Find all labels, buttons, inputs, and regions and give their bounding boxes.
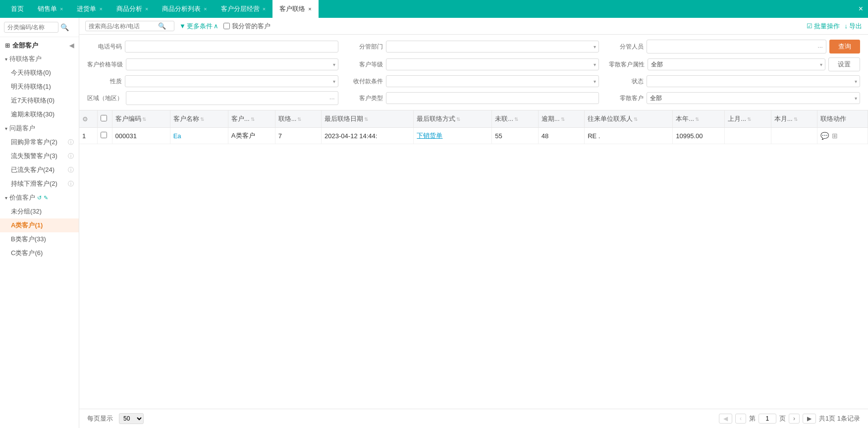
content-area: 🔍 ▼ 更多条件 ∧ 我分管的客户 ☑ 批量操作 ↓ 导出 bbox=[79, 18, 868, 428]
customer-type-input[interactable] bbox=[386, 92, 599, 104]
customer-level-wrapper: ▾ bbox=[386, 58, 599, 70]
nav-tab-sales-label: 销售单 bbox=[38, 4, 57, 13]
my-customer-label: 我分管的客户 bbox=[232, 22, 271, 31]
year-sort-icon[interactable]: ⇅ bbox=[695, 116, 699, 122]
sidebar-group-problem[interactable]: ▾ 问题客户 bbox=[0, 121, 79, 135]
batch-operation-button[interactable]: ☑ 批量操作 bbox=[807, 22, 840, 31]
query-button[interactable]: 查询 bbox=[829, 40, 860, 54]
status-select[interactable] bbox=[647, 75, 860, 87]
nav-tab-customer-tier[interactable]: 客户分层经营 × bbox=[214, 0, 272, 18]
sidebar-search-input[interactable] bbox=[4, 22, 58, 33]
page-number-input[interactable] bbox=[759, 414, 776, 424]
date-sort-icon[interactable]: ⇅ bbox=[364, 116, 368, 122]
qrcode-icon-0[interactable]: ⊞ bbox=[832, 132, 838, 140]
lastmonth-sort-icon[interactable]: ⇅ bbox=[747, 116, 751, 122]
sidebar-item-tomorrow[interactable]: 明天待联络(1) bbox=[0, 80, 79, 94]
more-conditions-button[interactable]: ▼ 更多条件 ∧ bbox=[179, 22, 218, 31]
thismonth-sort-icon[interactable]: ⇅ bbox=[794, 116, 798, 122]
pagination-bar: 每页显示 20 50 100 ◀ ‹ 第 页 › ▶ 共1页 1条记录 bbox=[79, 409, 868, 428]
ctype-sort-icon[interactable]: ⇅ bbox=[251, 116, 255, 122]
contact-method-link-0[interactable]: 下销货单 bbox=[417, 132, 442, 139]
price-level-wrapper: ▾ bbox=[126, 58, 338, 70]
nav-tab-sales[interactable]: 销售单 × bbox=[31, 0, 70, 18]
next-page-button[interactable]: › bbox=[789, 414, 800, 424]
setting-button[interactable]: 设置 bbox=[828, 57, 860, 71]
sidebar-item-7days[interactable]: 近7天待联络(0) bbox=[0, 94, 79, 107]
customer-level-select[interactable] bbox=[386, 58, 599, 70]
sidebar-item-ungrouped[interactable]: 未分组(32) bbox=[0, 205, 79, 218]
name-sort-icon[interactable]: ⇅ bbox=[200, 116, 204, 122]
payment-label: 收付款条件 bbox=[348, 77, 383, 86]
sidebar-search-icon[interactable]: 🔍 bbox=[60, 23, 69, 31]
value-refresh-icon[interactable]: ↺ bbox=[37, 195, 42, 201]
customer-table: ⚙ 客户编码⇅ 客户名称⇅ 客户...⇅ bbox=[79, 110, 868, 144]
price-level-select[interactable] bbox=[126, 58, 338, 70]
filter-search-icon[interactable]: 🔍 bbox=[158, 22, 166, 30]
info-icon-lost: ⓘ bbox=[68, 166, 74, 174]
code-sort-icon[interactable]: ⇅ bbox=[142, 116, 146, 122]
sidebar-group-pending[interactable]: ▾ 待联络客户 bbox=[0, 52, 79, 66]
customer-table-area: ⚙ 客户编码⇅ 客户名称⇅ 客户...⇅ bbox=[79, 110, 868, 409]
row-check-0[interactable] bbox=[101, 132, 107, 138]
info-icon-declining: ⓘ bbox=[68, 180, 74, 188]
last-page-button[interactable]: ▶ bbox=[803, 414, 816, 424]
region-input[interactable]: ··· bbox=[126, 91, 338, 105]
sidebar-item-overdue[interactable]: 逾期未联络(30) bbox=[0, 107, 79, 121]
person-sort-icon[interactable]: ⇅ bbox=[634, 116, 638, 122]
pending-arrow-icon: ▾ bbox=[5, 56, 7, 62]
sidebar-item-loss-warning[interactable]: 流失预警客户(3) ⓘ bbox=[0, 149, 79, 163]
filter-search-input[interactable] bbox=[89, 23, 158, 30]
sidebar-item-class-b[interactable]: B类客户(33) bbox=[0, 232, 79, 246]
comment-icon-0[interactable]: 💬 bbox=[820, 132, 829, 140]
my-customer-check[interactable] bbox=[223, 23, 230, 29]
nav-tab-analysis-list-close[interactable]: × bbox=[204, 6, 207, 12]
my-customer-checkbox[interactable]: 我分管的客户 bbox=[223, 22, 271, 31]
filter-row-nature: 性质 ▾ bbox=[87, 75, 338, 87]
nav-tab-customer-contact-close[interactable]: × bbox=[308, 6, 311, 12]
retail-select[interactable]: 全部 bbox=[647, 92, 860, 104]
nav-tab-purchase[interactable]: 进货单 × bbox=[70, 0, 109, 18]
nocontact-sort-icon[interactable]: ⇅ bbox=[514, 116, 518, 122]
sidebar-item-class-c[interactable]: C类客户(6) bbox=[0, 246, 79, 260]
manager-input[interactable]: ··· bbox=[647, 40, 826, 54]
sidebar-collapse-icon[interactable]: ◀ bbox=[69, 42, 74, 49]
row-code-0: 000031 bbox=[112, 128, 170, 144]
phone-input[interactable] bbox=[125, 41, 338, 53]
nav-tab-analysis[interactable]: 商品分析 × bbox=[109, 0, 155, 18]
filter-row-price-level: 客户价格等级 ▾ bbox=[87, 57, 338, 71]
retail-wrapper: 全部 ▾ bbox=[647, 92, 860, 104]
sidebar-item-repurchase-abnormal[interactable]: 回购异常客户(2) ⓘ bbox=[0, 135, 79, 149]
nav-tab-sales-close[interactable]: × bbox=[60, 6, 63, 12]
nav-tab-analysis-close[interactable]: × bbox=[145, 6, 148, 12]
retail-attr-select[interactable]: 全部 bbox=[648, 58, 825, 70]
table-gear-icon[interactable]: ⚙ bbox=[82, 115, 88, 123]
nav-tab-customer-tier-close[interactable]: × bbox=[263, 6, 266, 12]
nav-tab-home[interactable]: 首页 bbox=[4, 0, 31, 18]
overdue-sort-icon[interactable]: ⇅ bbox=[561, 116, 565, 122]
payment-select[interactable] bbox=[386, 75, 599, 87]
page-size-label: 每页显示 bbox=[87, 414, 113, 423]
th-code: 客户编码⇅ bbox=[112, 110, 170, 128]
page-size-select[interactable]: 20 50 100 bbox=[119, 413, 144, 424]
status-wrapper: ▾ bbox=[647, 75, 860, 87]
sidebar-all-customers[interactable]: ⊞ 全部客户 ◀ bbox=[0, 37, 79, 52]
nav-tab-customer-contact[interactable]: 客户联络 × bbox=[272, 0, 318, 18]
sidebar-item-class-a[interactable]: A类客户(1) bbox=[0, 218, 79, 232]
nav-tab-analysis-list[interactable]: 商品分析列表 × bbox=[155, 0, 214, 18]
ccount-sort-icon[interactable]: ⇅ bbox=[297, 116, 301, 122]
select-all-checkbox[interactable] bbox=[101, 115, 107, 121]
value-edit-icon[interactable]: ✎ bbox=[44, 195, 48, 201]
nature-select[interactable] bbox=[125, 75, 338, 87]
export-button[interactable]: ↓ 导出 bbox=[845, 22, 863, 31]
prev-page-button[interactable]: ‹ bbox=[735, 414, 746, 424]
nav-tab-purchase-close[interactable]: × bbox=[99, 6, 102, 12]
sidebar-item-declining[interactable]: 持续下滑客户(2) ⓘ bbox=[0, 177, 79, 191]
close-all-tabs-button[interactable]: × bbox=[859, 4, 863, 13]
first-page-button[interactable]: ◀ bbox=[719, 414, 732, 424]
method-sort-icon[interactable]: ⇅ bbox=[456, 116, 460, 122]
sidebar-group-value[interactable]: ▾ 价值客户 ↺ ✎ bbox=[0, 191, 79, 205]
sidebar-item-today[interactable]: 今天待联络(0) bbox=[0, 66, 79, 80]
dept-select[interactable] bbox=[386, 41, 599, 53]
row-method-0: 下销货单 bbox=[414, 128, 492, 144]
sidebar-item-lost[interactable]: 已流失客户(24) ⓘ bbox=[0, 163, 79, 177]
